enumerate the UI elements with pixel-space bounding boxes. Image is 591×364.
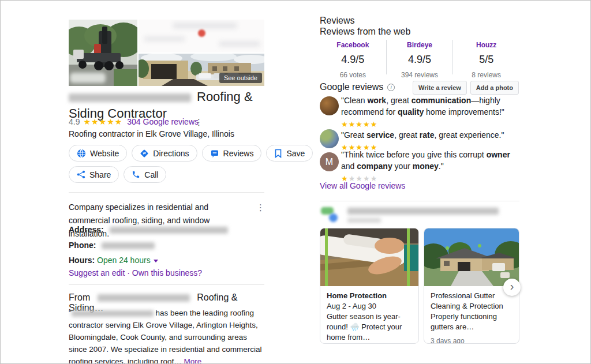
- post-card-body: Home Protection Aug 2 - Aug 30 Gutter se…: [320, 286, 418, 344]
- reviews-from-web-heading: Reviews from the web: [320, 27, 410, 37]
- google-business-panel: See outside Roofing & Siding Contractor …: [0, 0, 591, 364]
- post-image-house: [424, 228, 519, 286]
- reviewer-avatar: [320, 96, 339, 115]
- phone-label: Phone:: [69, 241, 96, 250]
- share-icon: [77, 170, 85, 179]
- map-pin-icon: [198, 29, 205, 37]
- post-image-gutter: [320, 228, 418, 286]
- rating-row: 4.9 ★★★★★ 304 Google reviews ⋮: [69, 117, 265, 126]
- houzz-link[interactable]: Houzz: [453, 41, 519, 49]
- from-prefix: From: [69, 292, 90, 302]
- truck-photo-image: [69, 20, 137, 86]
- description-options-icon[interactable]: ⋮: [256, 203, 265, 212]
- post-age: 3 days ago: [431, 336, 513, 344]
- chevron-down-icon[interactable]: [154, 260, 158, 262]
- rating-value: 4.9: [69, 117, 80, 126]
- action-buttons-row-1: Website Directions Reviews Save: [69, 145, 313, 162]
- directions-button[interactable]: Directions: [132, 145, 197, 162]
- reviews-button[interactable]: Reviews: [202, 145, 262, 162]
- more-link[interactable]: More: [184, 357, 202, 364]
- own-business-link[interactable]: Own this business?: [132, 268, 202, 277]
- review-item[interactable]: M "Think twice before you give this corr…: [320, 149, 519, 183]
- redacted-address: [110, 227, 228, 234]
- review-item[interactable]: "Clean work, great communication—highly …: [320, 95, 519, 129]
- edit-links-row: Suggest an edit · Own this business?: [69, 268, 202, 277]
- website-label: Website: [90, 149, 119, 158]
- share-label: Share: [89, 170, 111, 179]
- reviews-icon: [210, 149, 219, 158]
- add-photo-button[interactable]: Add a photo: [470, 81, 519, 95]
- view-all-reviews-link[interactable]: View all Google reviews: [320, 181, 405, 190]
- business-title-rest: Roofing &: [197, 89, 253, 104]
- streetview-thumbnail[interactable]: See outside: [139, 54, 264, 86]
- more-options-icon[interactable]: ⋮: [194, 118, 203, 126]
- section-divider: [69, 192, 264, 193]
- reviews-heading: Reviews: [320, 16, 354, 26]
- source-facebook: Facebook 4.9/5 66 votes: [320, 40, 386, 74]
- rating-stars: ★★★★★: [83, 117, 122, 126]
- write-review-button[interactable]: Write a review: [413, 81, 467, 95]
- post-text: Professional Gutter Cleaning & Protectio…: [431, 291, 513, 332]
- review-text: "Clean work, great communication—highly …: [341, 95, 519, 118]
- address-row: Address:: [69, 225, 228, 234]
- review-text: "Great service, great rate, great experi…: [341, 129, 519, 141]
- globe-icon: [77, 149, 86, 158]
- reviewer-avatar: [320, 129, 339, 148]
- map-thumbnail[interactable]: [139, 20, 264, 52]
- business-photo-truck[interactable]: [69, 20, 137, 86]
- redacted-business-name: [69, 93, 191, 102]
- google-reviews-heading-row: Google reviews: [320, 82, 395, 92]
- phone-icon: [132, 170, 140, 179]
- google-reviews-actions: Write a review Add a photo: [413, 81, 519, 95]
- section-divider: [69, 284, 264, 285]
- dot-separator: ·: [127, 268, 130, 277]
- redacted-author-name: [347, 208, 499, 215]
- directions-label: Directions: [153, 149, 189, 158]
- map-road: [219, 42, 260, 46]
- birdeye-link[interactable]: Birdeye: [387, 41, 453, 49]
- birdeye-score: 4.9/5: [387, 54, 453, 66]
- suggest-edit-link[interactable]: Suggest an edit: [69, 268, 125, 277]
- review-stars: ★★★★★: [341, 119, 519, 129]
- facebook-count: 66 votes: [320, 71, 386, 79]
- post-date-range: Aug 2 - Aug 30: [327, 301, 412, 312]
- see-outside-label[interactable]: See outside: [219, 73, 262, 83]
- map-and-streetview: See outside: [139, 20, 264, 86]
- from-body: " has been the leading roofing contracto…: [69, 307, 264, 364]
- hours-row: Hours: Open 24 hours: [69, 256, 158, 265]
- directions-icon: [140, 149, 149, 158]
- info-icon[interactable]: [387, 84, 395, 91]
- redacted-business-name: [72, 310, 154, 317]
- post-card-body: Professional Gutter Cleaning & Protectio…: [424, 286, 519, 344]
- source-birdeye: Birdeye 4.9/5 394 reviews: [386, 40, 453, 74]
- houzz-count: 8 reviews: [453, 71, 519, 79]
- business-photos: See outside: [69, 20, 264, 86]
- business-category: Roofing contractor in Elk Grove Village,…: [69, 129, 234, 138]
- phone-row: Phone:: [69, 241, 155, 250]
- post-title: Home Protection: [327, 291, 412, 301]
- save-label: Save: [286, 149, 305, 158]
- address-label: Address:: [69, 225, 104, 234]
- houzz-score: 5/5: [453, 54, 519, 66]
- from-body-text: has been the leading roofing contractor …: [69, 309, 261, 364]
- carousel-next-button[interactable]: [503, 279, 521, 296]
- post-text: Gutter season is year-round! 🌧️ Protect …: [327, 312, 412, 343]
- call-button[interactable]: Call: [124, 166, 166, 183]
- save-button[interactable]: Save: [266, 145, 313, 162]
- business-logo-icon: [329, 213, 338, 222]
- map-road: [144, 37, 185, 41]
- google-reviews-link[interactable]: 304 Google reviews: [127, 117, 199, 126]
- birdeye-count: 394 reviews: [387, 71, 453, 79]
- reviewer-avatar: M: [320, 152, 339, 171]
- business-description: Company specializes in residential and c…: [69, 201, 249, 241]
- website-button[interactable]: Website: [69, 145, 127, 162]
- review-text: "Think twice before you give this corrup…: [341, 149, 519, 172]
- share-button[interactable]: Share: [69, 166, 119, 183]
- facebook-link[interactable]: Facebook: [320, 41, 386, 49]
- section-divider: [320, 201, 519, 201]
- bookmark-icon: [274, 149, 282, 158]
- post-card[interactable]: Home Protection Aug 2 - Aug 30 Gutter se…: [320, 228, 419, 344]
- redacted-author-meta: [347, 218, 381, 223]
- hours-value[interactable]: Open 24 hours: [97, 256, 151, 265]
- call-label: Call: [144, 170, 158, 179]
